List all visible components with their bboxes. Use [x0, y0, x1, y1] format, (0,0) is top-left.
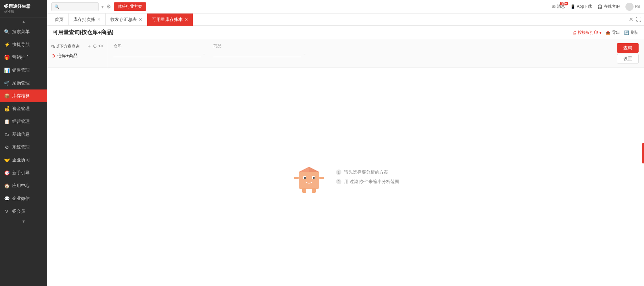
svg-rect-9	[302, 188, 306, 193]
empty-illustration	[292, 160, 326, 194]
sidebar-item-purchase[interactable]: 🛒 采购管理	[0, 77, 47, 89]
sidebar-item-sales[interactable]: 📊 销售管理	[0, 64, 47, 77]
sidebar: 畅康通好生意 标准版 ▲ 🔍 搜索菜单 ⚡ 快捷导航 🎁 营销推广 📊 销售管理…	[0, 0, 47, 286]
tab-summary[interactable]: 收发存汇总表 ✕	[106, 14, 147, 26]
chat-icon: 💬	[4, 196, 9, 201]
tab-inventory-batch[interactable]: 库存批次账 ✕	[69, 14, 106, 26]
goods-more-icon[interactable]: ···	[303, 51, 307, 56]
goods-input[interactable]	[213, 50, 301, 57]
export-button[interactable]: 📤 导出	[606, 30, 620, 35]
filter-actions-left: ＋ ⊙ <<	[87, 43, 104, 49]
search-icon-small: 🔍	[54, 4, 59, 9]
maximize-icon[interactable]: ⛶	[636, 17, 641, 23]
vip-icon: V	[4, 209, 9, 214]
tip-num-1: 1	[336, 170, 341, 175]
money-icon: 💰	[4, 106, 9, 111]
message-button[interactable]: ✉ 消息 99+	[552, 4, 565, 9]
sidebar-item-label: 应用中心	[12, 183, 30, 189]
sidebar-item-collab[interactable]: 🤝 企业协同	[0, 154, 47, 166]
message-badge: 99+	[560, 2, 568, 5]
warehouse-input[interactable]	[113, 50, 201, 57]
sidebar-item-operations[interactable]: 📋 经营管理	[0, 115, 47, 128]
filter-action-buttons: 查询 设置	[617, 43, 639, 63]
sidebar-item-finance[interactable]: 💰 资金管理	[0, 102, 47, 115]
sidebar-item-label: 系统管理	[12, 144, 30, 150]
tip-text-1: 请先选择要分析的方案	[344, 169, 388, 175]
close-icon[interactable]: ✕	[185, 17, 188, 22]
sidebar-item-label: 新手引导	[12, 170, 30, 176]
print-icon: 🖨	[572, 30, 576, 35]
info-icon: 🗂	[4, 132, 9, 137]
content-area: 1 请先选择要分析的方案 2 用[过滤]条件来缩小分析范围	[47, 68, 644, 286]
empty-tips: 1 请先选择要分析的方案 2 用[过滤]条件来缩小分析范围	[336, 169, 399, 185]
right-scroll-indicator[interactable]	[642, 143, 644, 163]
app-label: App下载	[577, 4, 592, 9]
service-label: 在线客服	[604, 4, 620, 9]
user-menu[interactable]: Rit	[625, 3, 640, 11]
sidebar-item-member[interactable]: V 畅会员	[0, 205, 47, 218]
sidebar-item-label: 经营管理	[12, 119, 30, 125]
settings-filter-icon[interactable]: ⊙	[93, 43, 97, 49]
filter-right-panel: 仓库 ··· 商品 ··· 查询 设置	[108, 39, 644, 68]
filter-left-panel: 按以下方案查询 ＋ ⊙ << ⊙ 仓库+商品	[47, 39, 108, 68]
username: Rit	[635, 4, 640, 9]
sidebar-item-basic[interactable]: 🗂 基础信息	[0, 128, 47, 141]
tab-label: 首页	[55, 17, 63, 23]
add-filter-icon[interactable]: ＋	[87, 43, 92, 49]
sidebar-item-marketing[interactable]: 🎁 营销推广	[0, 51, 47, 64]
gift-icon: 🎁	[4, 55, 9, 60]
warehouse-label: 仓库	[113, 43, 207, 49]
warehouse-field: 仓库 ···	[113, 43, 207, 57]
export-icon: 📤	[606, 30, 611, 35]
settings-button[interactable]: 设置	[617, 54, 639, 63]
collapse-icon[interactable]: <<	[98, 43, 104, 49]
tab-label: 收发存汇总表	[110, 17, 137, 23]
close-icon[interactable]: ✕	[139, 17, 142, 22]
trial-button[interactable]: 体验行业方案	[114, 2, 146, 11]
sidebar-item-search[interactable]: 🔍 搜索菜单	[0, 25, 47, 38]
sidebar-item-apps[interactable]: 🏠 应用中心	[0, 179, 47, 192]
topbar-search[interactable]: 🔍	[51, 2, 99, 11]
tip-num-2: 2	[336, 179, 341, 184]
sidebar-item-inventory[interactable]: 📦 库存核算	[0, 89, 47, 102]
sidebar-item-guide[interactable]: 🎯 新手引导	[0, 166, 47, 179]
chart-icon: 📊	[4, 68, 9, 73]
sidebar-item-label: 采购管理	[12, 80, 30, 86]
gear-icon: ⚙	[4, 145, 9, 150]
settings-icon[interactable]: ⚙	[106, 3, 111, 10]
handshake-icon: 🤝	[4, 157, 9, 163]
sidebar-item-label: 库存核算	[12, 93, 30, 99]
empty-tip-2: 2 用[过滤]条件来缩小分析范围	[336, 179, 399, 185]
service-button[interactable]: 🎧 在线客服	[597, 4, 620, 9]
sidebar-scroll-down[interactable]: ▼	[0, 218, 47, 225]
svg-rect-8	[319, 177, 324, 179]
app-download-button[interactable]: 📱 App下载	[570, 4, 592, 9]
sidebar-item-label: 营销推广	[12, 54, 30, 60]
empty-tip-1: 1 请先选择要分析的方案	[336, 169, 399, 175]
svg-marker-1	[299, 167, 309, 172]
search-icon: 🔍	[4, 29, 9, 34]
sidebar-item-wechat[interactable]: 💬 企业微信	[0, 192, 47, 205]
sidebar-item-shortcut[interactable]: ⚡ 快捷导航	[0, 38, 47, 51]
dropdown-icon[interactable]: ▾	[599, 30, 601, 35]
home-icon: 🏠	[4, 183, 9, 188]
sidebar-scroll-up[interactable]: ▲	[0, 18, 47, 25]
filter-area: 按以下方案查询 ＋ ⊙ << ⊙ 仓库+商品 仓库 ···	[47, 39, 644, 68]
warehouse-more-icon[interactable]: ···	[203, 51, 207, 56]
empty-state: 1 请先选择要分析的方案 2 用[过滤]条件来缩小分析范围	[292, 160, 399, 194]
dropdown-icon[interactable]: ▾	[101, 4, 104, 9]
sidebar-item-system[interactable]: ⚙ 系统管理	[0, 141, 47, 154]
close-window-icon[interactable]: ✕	[629, 16, 633, 23]
refresh-button[interactable]: 🔄 刷新	[624, 30, 639, 35]
page-title: 可用量查询(按仓库+商品)	[53, 29, 113, 36]
filter-item-warehouse-goods[interactable]: ⊙ 仓库+商品	[47, 51, 108, 61]
close-icon[interactable]: ✕	[97, 17, 101, 22]
tab-home[interactable]: 首页	[50, 14, 69, 26]
query-button[interactable]: 查询	[617, 43, 639, 53]
goods-label: 商品	[213, 43, 307, 49]
tab-available-qty[interactable]: 可用量库存账本 ✕	[147, 14, 193, 26]
print-button[interactable]: 🖨 按模板打印 ▾	[572, 30, 601, 35]
refresh-label: 刷新	[630, 30, 639, 35]
svg-rect-7	[294, 177, 299, 179]
flash-icon: ⚡	[4, 42, 9, 47]
